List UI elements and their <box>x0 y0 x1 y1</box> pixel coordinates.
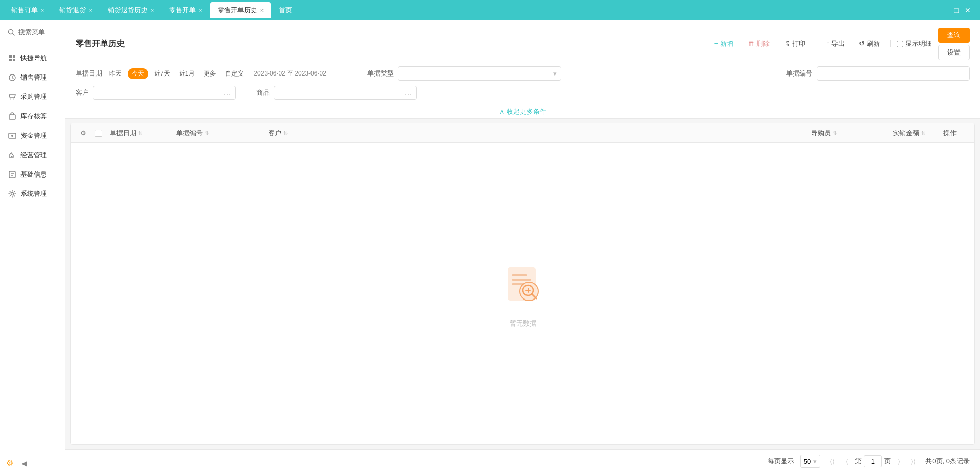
close-button[interactable]: ✕ <box>965 6 971 14</box>
tab-label-sales-return-history: 销货退货历史 <box>108 6 148 15</box>
customer-label: 客户 <box>76 88 89 97</box>
bill-no-label: 单据编号 <box>786 69 812 78</box>
tab-label-retail-open-history: 零售开单历史 <box>218 6 257 15</box>
col-header-customer[interactable]: 客户 ⇅ <box>264 129 807 138</box>
delete-button[interactable]: 🗑 删除 <box>744 37 774 51</box>
per-page-arrow: ▾ <box>813 458 817 465</box>
table-area: ⚙ 单据日期 ⇅ 单据编号 ⇅ 客户 ⇅ 导购员 ⇅ <box>70 123 975 445</box>
date-today[interactable]: 今天 <box>128 68 148 79</box>
filter-row-2: 客户 … 商品 … <box>76 86 970 100</box>
customer-select[interactable]: … <box>93 86 236 100</box>
page-nav: ⟨⟨ ⟨ 第 页 ⟩ ⟩⟩ <box>826 455 919 467</box>
settings-button[interactable]: 设置 <box>938 45 970 60</box>
svg-rect-5 <box>9 115 15 119</box>
collapse-arrow-icon: ∧ <box>499 108 505 116</box>
show-detail-input[interactable] <box>897 41 903 47</box>
date-more[interactable]: 更多 <box>201 68 219 79</box>
tab-label-home: 首页 <box>279 6 292 15</box>
page-header: 零售开单历史 + 新增 🗑 删除 🖨 打印 ↑ 导出 ↺ 刷新 显示明细 查询 <box>65 20 980 119</box>
show-detail-label: 显示明细 <box>905 39 932 48</box>
new-button[interactable]: + 新增 <box>710 37 737 51</box>
minimize-button[interactable]: — <box>941 6 948 14</box>
customer-ellipsis: … <box>223 88 231 97</box>
sort-number-icon: ⇅ <box>205 130 209 136</box>
tab-close-retail-open-history[interactable]: × <box>260 7 264 13</box>
per-page-select[interactable]: 50 ▾ <box>800 455 820 468</box>
select-all-checkbox[interactable] <box>91 130 106 137</box>
date-custom[interactable]: 自定义 <box>222 68 247 79</box>
svg-rect-8 <box>11 156 13 157</box>
page-number-input[interactable] <box>864 455 882 467</box>
tab-close-sales-return-history[interactable]: × <box>151 7 154 13</box>
tab-retail-open[interactable]: 零售开单× <box>162 2 209 18</box>
query-button[interactable]: 查询 <box>938 28 970 43</box>
page-title: 零售开单历史 <box>76 39 125 49</box>
sidebar-menu: 快捷导航 销售管理 采购管理 库存核算 资金管理 经营管理 基础信息 系统管理 <box>0 44 65 453</box>
sidebar-item-system[interactable]: 系统管理 <box>0 184 65 204</box>
system-icon <box>8 190 16 198</box>
collapse-filter-button[interactable]: ∧ 收起更多条件 <box>76 105 970 118</box>
sidebar-collapse-icon[interactable]: ◀ <box>21 459 27 467</box>
tab-sales-return[interactable]: 销货退货× <box>52 2 99 18</box>
show-detail-checkbox[interactable]: 显示明细 <box>897 39 932 48</box>
sidebar-item-purchase-mgmt[interactable]: 采购管理 <box>0 87 65 107</box>
col-header-number[interactable]: 单据编号 ⇅ <box>172 129 264 138</box>
tab-close-sales-return[interactable]: × <box>89 7 92 13</box>
print-button[interactable]: 🖨 打印 <box>780 37 810 51</box>
tab-close-sales-order[interactable]: × <box>41 7 44 13</box>
filter-area: 单据日期 昨天 今天 近7天 近1月 更多 自定义 2023-06-02 至 2… <box>76 66 970 118</box>
first-page-button[interactable]: ⟨⟨ <box>826 455 839 467</box>
page-header-top: 零售开单历史 + 新增 🗑 删除 🖨 打印 ↑ 导出 ↺ 刷新 显示明细 查询 <box>76 28 970 60</box>
search-menu-button[interactable]: 搜索菜单 <box>4 26 61 39</box>
bill-type-select[interactable]: ▾ <box>398 66 561 81</box>
sidebar-label-sales-mgmt: 销售管理 <box>20 73 47 82</box>
col-customer-label: 客户 <box>268 129 281 138</box>
checkbox-all[interactable] <box>95 130 102 137</box>
col-header-guide[interactable]: 导购员 ⇅ <box>807 129 868 138</box>
sort-customer-icon: ⇅ <box>283 130 288 136</box>
svg-rect-15 <box>512 279 531 281</box>
goods-select[interactable]: … <box>274 86 417 100</box>
per-page-label: 每页显示 <box>768 457 794 466</box>
filter-goods: 商品 … <box>256 86 417 100</box>
purchase-mgmt-icon <box>8 93 16 101</box>
sidebar-search-section: 搜索菜单 <box>0 20 65 44</box>
finance-icon <box>8 132 16 140</box>
svg-rect-14 <box>512 274 527 276</box>
date-filter-label: 单据日期 <box>76 69 102 78</box>
sidebar-item-inventory[interactable]: 库存核算 <box>0 107 65 126</box>
date-1month[interactable]: 近1月 <box>176 68 198 79</box>
sidebar-item-finance[interactable]: 资金管理 <box>0 126 65 145</box>
search-icon <box>7 28 15 36</box>
filter-date: 单据日期 昨天 今天 近7天 近1月 更多 自定义 2023-06-02 至 2… <box>76 68 326 79</box>
col-header-amount[interactable]: 实销金额 ⇅ <box>868 129 929 138</box>
sidebar-label-operations: 经营管理 <box>20 151 47 160</box>
col-header-date[interactable]: 单据日期 ⇅ <box>106 129 172 138</box>
maximize-button[interactable]: □ <box>954 6 959 14</box>
date-7days[interactable]: 近7天 <box>151 68 173 79</box>
column-settings-icon[interactable]: ⚙ <box>75 129 91 137</box>
sidebar-item-sales-mgmt[interactable]: 销售管理 <box>0 68 65 87</box>
refresh-button[interactable]: ↺ 刷新 <box>855 37 884 51</box>
tab-home[interactable]: 首页 <box>272 2 299 18</box>
base-info-icon <box>8 170 16 179</box>
tab-sales-order[interactable]: 销售订单× <box>4 2 51 18</box>
sidebar-label-purchase-mgmt: 采购管理 <box>20 92 47 102</box>
export-button[interactable]: ↑ 导出 <box>822 37 849 51</box>
sidebar-settings-icon[interactable]: ⚙ <box>6 458 13 468</box>
prev-page-button[interactable]: ⟨ <box>841 455 853 467</box>
sidebar-label-finance: 资金管理 <box>20 131 47 140</box>
sidebar-item-base-info[interactable]: 基础信息 <box>0 165 65 184</box>
bill-no-input[interactable] <box>817 66 970 81</box>
next-page-button[interactable]: ⟩ <box>893 455 905 467</box>
tab-retail-open-history[interactable]: 零售开单历史× <box>210 2 271 18</box>
divider-2 <box>890 40 891 47</box>
tab-label-sales-return: 销货退货 <box>59 6 86 15</box>
sidebar-item-operations[interactable]: 经营管理 <box>0 145 65 165</box>
tab-close-retail-open[interactable]: × <box>199 7 202 13</box>
date-yesterday[interactable]: 昨天 <box>106 68 125 79</box>
main-layout: 搜索菜单 快捷导航 销售管理 采购管理 库存核算 资金管理 经营管理 基础信息 … <box>0 20 980 473</box>
tab-sales-return-history[interactable]: 销货退货历史× <box>101 2 161 18</box>
sidebar-item-quick-nav[interactable]: 快捷导航 <box>0 48 65 68</box>
last-page-button[interactable]: ⟩⟩ <box>907 455 919 467</box>
